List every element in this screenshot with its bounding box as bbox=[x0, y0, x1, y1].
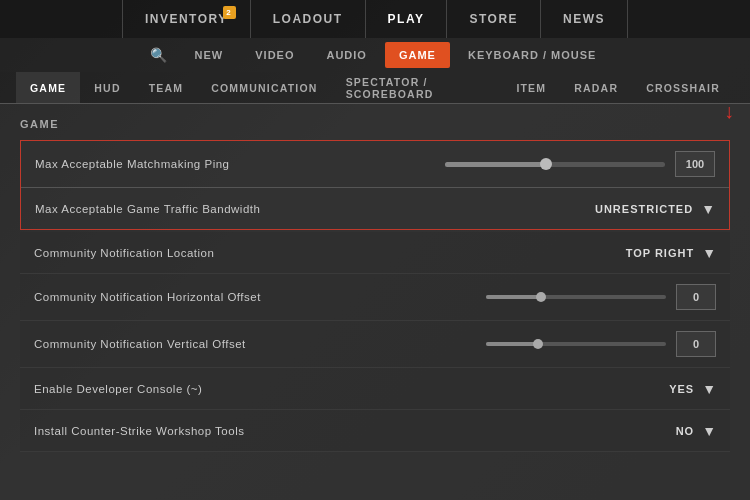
third-nav: GAME HUD TEAM COMMUNICATION SPECTATOR / … bbox=[0, 72, 750, 104]
subnav-keyboard-mouse[interactable]: KEYBOARD / MOUSE bbox=[454, 42, 610, 68]
setting-row-community-vertical: Community Notification Vertical Offset 0 bbox=[20, 321, 730, 368]
horizontal-value-box: 0 bbox=[676, 284, 716, 310]
tab-team[interactable]: TEAM bbox=[135, 72, 198, 103]
main-content: Game Max Acceptable Matchmaking Ping 100… bbox=[0, 104, 750, 500]
tab-hud[interactable]: HUD bbox=[80, 72, 134, 103]
section-label: Game bbox=[20, 118, 730, 130]
setting-label-workshop-tools: Install Counter-Strike Workshop Tools bbox=[34, 425, 244, 437]
nav-store-label: STORE bbox=[469, 12, 518, 26]
nav-inventory-label: INVENTORY bbox=[145, 12, 228, 26]
tab-item[interactable]: ITEM bbox=[502, 72, 560, 103]
nav-news-label: NEWS bbox=[563, 12, 605, 26]
subnav-audio[interactable]: AUDIO bbox=[312, 42, 380, 68]
setting-row-community-horizontal: Community Notification Horizontal Offset… bbox=[20, 274, 730, 321]
nav-inventory-badge: 2 bbox=[223, 6, 236, 19]
bandwidth-dropdown[interactable]: UNRESTRICTED ▼ bbox=[595, 201, 715, 217]
nav-play[interactable]: PLAY bbox=[366, 0, 448, 38]
bandwidth-dropdown-value: UNRESTRICTED bbox=[595, 203, 693, 215]
community-location-value: TOP RIGHT bbox=[626, 247, 695, 259]
workshop-tools-dropdown[interactable]: NO ▼ bbox=[676, 423, 716, 439]
ping-slider-track[interactable] bbox=[445, 162, 665, 167]
subnav-game[interactable]: GAME bbox=[385, 42, 450, 68]
nav-loadout[interactable]: LOADOUT bbox=[251, 0, 366, 38]
tab-communication[interactable]: COMMUNICATION bbox=[197, 72, 331, 103]
setting-label-max-bandwidth: Max Acceptable Game Traffic Bandwidth bbox=[35, 203, 260, 215]
setting-label-developer-console: Enable Developer Console (~) bbox=[34, 383, 202, 395]
setting-label-max-ping: Max Acceptable Matchmaking Ping bbox=[35, 158, 229, 170]
horizontal-slider-thumb[interactable] bbox=[536, 292, 546, 302]
setting-label-community-location: Community Notification Location bbox=[34, 247, 214, 259]
setting-control-max-ping: 100 bbox=[445, 151, 715, 177]
setting-label-community-vertical: Community Notification Vertical Offset bbox=[34, 338, 246, 350]
setting-control-community-horizontal: 0 bbox=[486, 284, 716, 310]
vertical-slider-thumb[interactable] bbox=[533, 339, 543, 349]
ping-slider-fill bbox=[445, 162, 544, 167]
workshop-tools-value: NO bbox=[676, 425, 695, 437]
setting-label-community-horizontal: Community Notification Horizontal Offset bbox=[34, 291, 261, 303]
workshop-tools-arrow: ▼ bbox=[702, 423, 716, 439]
ping-value-box: 100 bbox=[675, 151, 715, 177]
setting-row-developer-console: Enable Developer Console (~) YES ▼ bbox=[20, 368, 730, 410]
subnav-new[interactable]: NEW bbox=[181, 42, 238, 68]
community-location-dropdown[interactable]: TOP RIGHT ▼ bbox=[626, 245, 716, 261]
ping-slider-thumb[interactable] bbox=[540, 158, 552, 170]
community-location-arrow: ▼ bbox=[702, 245, 716, 261]
tab-game[interactable]: GAME bbox=[16, 72, 80, 103]
nav-loadout-label: LOADOUT bbox=[273, 12, 343, 26]
horizontal-slider-fill bbox=[486, 295, 540, 299]
top-nav: INVENTORY 2 LOADOUT PLAY STORE NEWS bbox=[0, 0, 750, 38]
scroll-arrow-indicator: ↓ bbox=[724, 100, 734, 123]
nav-play-label: PLAY bbox=[388, 12, 425, 26]
developer-console-value: YES bbox=[669, 383, 694, 395]
setting-row-community-location: Community Notification Location TOP RIGH… bbox=[20, 232, 730, 274]
setting-control-community-vertical: 0 bbox=[486, 331, 716, 357]
search-button[interactable]: 🔍 bbox=[140, 47, 177, 63]
nav-news[interactable]: NEWS bbox=[541, 0, 628, 38]
nav-store[interactable]: STORE bbox=[447, 0, 541, 38]
setting-row-max-bandwidth: Max Acceptable Game Traffic Bandwidth UN… bbox=[21, 187, 729, 229]
vertical-value-box: 0 bbox=[676, 331, 716, 357]
developer-console-dropdown[interactable]: YES ▼ bbox=[669, 381, 716, 397]
developer-console-arrow: ▼ bbox=[702, 381, 716, 397]
setting-row-max-ping: Max Acceptable Matchmaking Ping 100 bbox=[21, 141, 729, 187]
highlighted-settings-group: Max Acceptable Matchmaking Ping 100 Max … bbox=[20, 140, 730, 230]
horizontal-slider-track[interactable] bbox=[486, 295, 666, 299]
second-nav: 🔍 NEW VIDEO AUDIO GAME KEYBOARD / MOUSE bbox=[0, 38, 750, 72]
app-wrapper: INVENTORY 2 LOADOUT PLAY STORE NEWS 🔍 NE… bbox=[0, 0, 750, 500]
tab-radar[interactable]: RADAR bbox=[560, 72, 632, 103]
subnav-video[interactable]: VIDEO bbox=[241, 42, 308, 68]
setting-row-workshop-tools: Install Counter-Strike Workshop Tools NO… bbox=[20, 410, 730, 452]
vertical-slider-fill bbox=[486, 342, 536, 346]
vertical-slider-track[interactable] bbox=[486, 342, 666, 346]
tab-crosshair[interactable]: CROSSHAIR bbox=[632, 72, 734, 103]
bandwidth-dropdown-arrow: ▼ bbox=[701, 201, 715, 217]
nav-inventory[interactable]: INVENTORY 2 bbox=[122, 0, 251, 38]
tab-spectator-scoreboard[interactable]: SPECTATOR / SCOREBOARD bbox=[332, 72, 503, 103]
